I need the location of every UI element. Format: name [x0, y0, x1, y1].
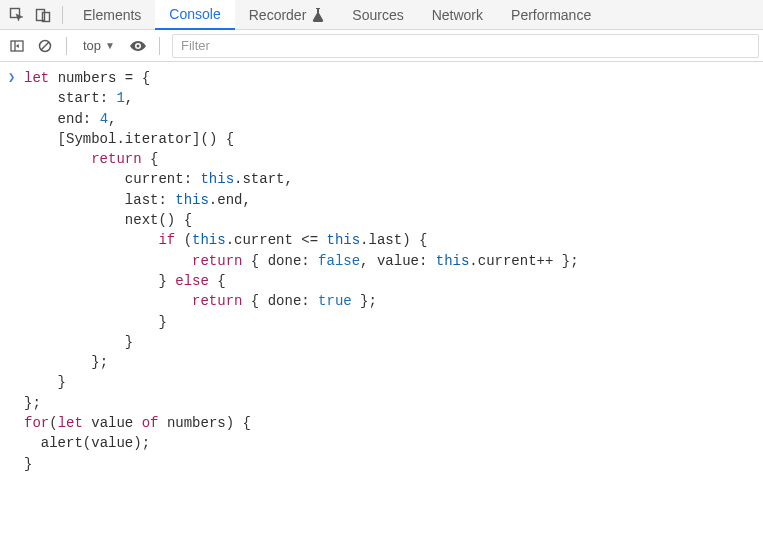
filter-wrap [172, 34, 759, 58]
svg-line-5 [41, 42, 49, 50]
divider [159, 37, 160, 55]
context-label: top [83, 38, 101, 53]
tab-label: Elements [83, 7, 141, 23]
svg-rect-1 [37, 9, 45, 20]
console-body: ❯ let numbers = { start: 1, end: 4, [Sym… [0, 62, 763, 484]
tab-label: Sources [352, 7, 403, 23]
device-toggle-icon[interactable] [30, 2, 56, 28]
tab-network[interactable]: Network [418, 0, 497, 30]
tab-recorder[interactable]: Recorder [235, 0, 339, 30]
live-expression-icon[interactable] [125, 33, 151, 59]
tab-performance[interactable]: Performance [497, 0, 605, 30]
console-entry[interactable]: ❯ let numbers = { start: 1, end: 4, [Sym… [0, 66, 763, 474]
console-toolbar: top ▼ [0, 30, 763, 62]
prompt-icon: ❯ [8, 68, 24, 474]
context-selector[interactable]: top ▼ [75, 35, 123, 57]
divider [62, 6, 63, 24]
clear-console-icon[interactable] [32, 33, 58, 59]
sidebar-toggle-icon[interactable] [4, 33, 30, 59]
tab-console[interactable]: Console [155, 0, 234, 30]
code-block[interactable]: let numbers = { start: 1, end: 4, [Symbo… [24, 68, 579, 474]
svg-point-6 [136, 44, 139, 47]
tab-label: Network [432, 7, 483, 23]
divider [66, 37, 67, 55]
flask-icon [312, 8, 324, 22]
chevron-down-icon: ▼ [105, 40, 115, 51]
tab-label: Performance [511, 7, 591, 23]
devtools-tab-strip: Elements Console Recorder Sources Networ… [0, 0, 763, 30]
tab-elements[interactable]: Elements [69, 0, 155, 30]
tab-sources[interactable]: Sources [338, 0, 417, 30]
tab-label: Console [169, 6, 220, 22]
inspect-icon[interactable] [4, 2, 30, 28]
tab-label: Recorder [249, 7, 307, 23]
filter-input[interactable] [173, 35, 758, 57]
